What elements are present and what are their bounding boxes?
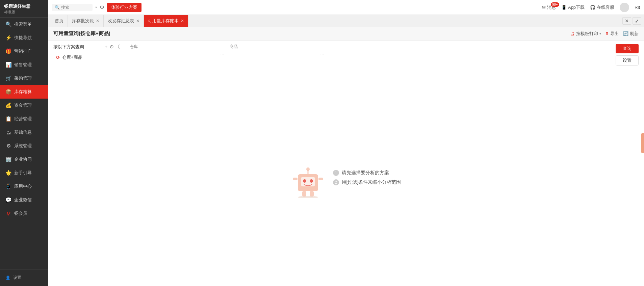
sidebar-item-corp-wechat[interactable]: 💬 企业微信 bbox=[0, 193, 48, 207]
warehouse-input[interactable] bbox=[130, 51, 217, 56]
collapse-scheme-btn[interactable]: 《 bbox=[115, 44, 120, 50]
tab-batch-account-close[interactable]: ✕ bbox=[96, 19, 99, 23]
app-name: 畅康通好生意 bbox=[4, 3, 44, 9]
sidebar-bottom: 👤 设置 bbox=[0, 269, 48, 286]
empty-robot-illustration bbox=[291, 161, 325, 194]
enterprise-icon: 🏢 bbox=[5, 156, 11, 162]
empty-state: 1 请先选择要分析的方案 2 用[过滤]条件来缩小分析范围 bbox=[48, 69, 644, 286]
tab-receipt-summary-close[interactable]: ✕ bbox=[136, 19, 139, 23]
scheme-item-warehouse-product[interactable]: ⟳ 仓库+商品 bbox=[53, 53, 120, 62]
sidebar-bottom-item[interactable]: 👤 设置 bbox=[0, 272, 48, 283]
search-dropdown-arrow[interactable]: ▾ bbox=[95, 5, 97, 9]
sidebar-label-marketing: 营销推广 bbox=[14, 48, 32, 54]
tab-maximize-btn[interactable]: ⤢ bbox=[633, 17, 641, 25]
tab-receipt-summary[interactable]: 收发存汇总表 ✕ bbox=[104, 15, 144, 27]
svg-point-8 bbox=[298, 196, 318, 198]
sales-icon: 📊 bbox=[5, 62, 11, 68]
tab-close-all-btn[interactable]: ✕ bbox=[622, 17, 631, 25]
sidebar-label-app-center: 应用中心 bbox=[14, 183, 32, 189]
sidebar-item-shortcut[interactable]: ⚡ 快捷导航 bbox=[0, 31, 48, 45]
page-area: 可用量查询(按仓库+商品) 🖨 按模板打印 ▾ ⬆ 导出 🔄 刷新 bbox=[48, 27, 644, 286]
svg-rect-4 bbox=[293, 178, 298, 180]
svg-rect-5 bbox=[318, 178, 323, 180]
empty-tips: 1 请先选择要分析的方案 2 用[过滤]条件来缩小分析范围 bbox=[333, 170, 401, 185]
tab-home-label: 首页 bbox=[55, 18, 63, 24]
right-scroll-handle[interactable] bbox=[641, 133, 644, 153]
search-icon-topbar: 🔍 bbox=[55, 5, 60, 10]
finance-icon: 💰 bbox=[5, 102, 11, 108]
sidebar-item-enterprise[interactable]: 🏢 企业协同 bbox=[0, 153, 48, 166]
tab-batch-account-label: 库存批次账 bbox=[72, 18, 94, 24]
scheme-item-label: 仓库+商品 bbox=[62, 54, 82, 60]
sidebar-item-basic-info[interactable]: 🗂 基础信息 bbox=[0, 126, 48, 139]
svg-point-3 bbox=[310, 179, 313, 183]
page-header-actions: 🖨 按模板打印 ▾ ⬆ 导出 🔄 刷新 bbox=[570, 31, 639, 37]
sidebar-item-vip[interactable]: V 畅会员 bbox=[0, 207, 48, 220]
message-badge: 99+ bbox=[551, 2, 559, 7]
message-btn[interactable]: ✉ 消息 99+ bbox=[542, 4, 556, 10]
product-more-btn[interactable]: ··· bbox=[320, 51, 324, 56]
warehouse-input-wrap: ··· bbox=[130, 51, 224, 58]
refresh-btn[interactable]: 🔄 刷新 bbox=[623, 31, 639, 37]
person-icon: 👤 bbox=[5, 276, 10, 280]
scheme-actions: ＋ ⊙ 《 bbox=[104, 44, 120, 50]
query-scheme-header: 按以下方案查询 ＋ ⊙ 《 bbox=[53, 44, 120, 50]
tab-home[interactable]: 首页 bbox=[51, 15, 68, 27]
warehouse-more-btn[interactable]: ··· bbox=[220, 51, 224, 56]
sidebar-item-app-center[interactable]: 📱 应用中心 bbox=[0, 180, 48, 193]
svg-rect-7 bbox=[310, 191, 314, 197]
sidebar-label-search: 搜索菜单 bbox=[14, 21, 32, 27]
svg-point-2 bbox=[303, 179, 306, 183]
service-label: 在线客服 bbox=[597, 4, 614, 10]
gear-icon[interactable]: ⚙ bbox=[100, 4, 104, 10]
search-input[interactable] bbox=[61, 5, 88, 10]
sidebar-item-marketing[interactable]: 🎁 营销推广 bbox=[0, 45, 48, 58]
sidebar-label-corp-wechat: 企业微信 bbox=[14, 197, 32, 203]
system-icon: ⚙ bbox=[5, 143, 11, 149]
sidebar-item-newbie[interactable]: 🌟 新手引导 bbox=[0, 166, 48, 180]
tab-available-qty[interactable]: 可用量库存账本 ✕ bbox=[144, 15, 188, 27]
query-button[interactable]: 查询 bbox=[616, 44, 639, 53]
product-input[interactable] bbox=[230, 51, 317, 56]
tab-batch-account[interactable]: 库存批次账 ✕ bbox=[68, 15, 104, 27]
tip-text-2: 用[过滤]条件来缩小分析范围 bbox=[342, 179, 401, 185]
tab-receipt-summary-label: 收发存汇总表 bbox=[108, 18, 134, 24]
marketing-icon: 🎁 bbox=[5, 48, 11, 54]
tabsbar-right: ✕ ⤢ bbox=[622, 17, 641, 25]
svg-point-10 bbox=[306, 167, 310, 171]
product-label: 商品 bbox=[230, 44, 324, 50]
topbar-search-box[interactable]: 🔍 bbox=[52, 4, 93, 11]
sidebar-label-system: 系统管理 bbox=[14, 143, 32, 149]
sidebar-item-operations[interactable]: 📋 经营管理 bbox=[0, 112, 48, 126]
sidebar-label-basic-info: 基础信息 bbox=[14, 129, 32, 135]
sidebar-item-search[interactable]: 🔍 搜索菜单 bbox=[0, 18, 48, 31]
export-icon: ⬆ bbox=[605, 31, 609, 36]
export-btn[interactable]: ⬆ 导出 bbox=[605, 31, 619, 37]
tab-available-qty-close[interactable]: ✕ bbox=[181, 19, 184, 23]
manage-scheme-btn[interactable]: ⊙ bbox=[110, 44, 114, 50]
sidebar-scroll: 🔍 搜索菜单 ⚡ 快捷导航 🎁 营销推广 📊 销售管理 🛒 采购管理 📦 库存核… bbox=[0, 18, 48, 269]
sidebar-item-sales[interactable]: 📊 销售管理 bbox=[0, 58, 48, 72]
sidebar-item-system[interactable]: ⚙ 系统管理 bbox=[0, 139, 48, 153]
print-dropdown-icon[interactable]: ▾ bbox=[599, 32, 601, 35]
settings-button[interactable]: 设置 bbox=[616, 55, 639, 66]
sidebar-label-sales: 销售管理 bbox=[14, 62, 32, 68]
sidebar-label-vip: 畅会员 bbox=[14, 210, 27, 216]
add-scheme-btn[interactable]: ＋ bbox=[104, 44, 108, 50]
sidebar-item-finance[interactable]: 💰 资金管理 bbox=[0, 99, 48, 112]
sidebar-item-inventory[interactable]: 📦 库存核算 bbox=[0, 85, 48, 99]
username: Rit bbox=[635, 5, 640, 10]
main-content: 🔍 ▾ ⚙ 体验行业方案 ✉ 消息 99+ 📱 App下载 🎧 在线客服 Rit bbox=[48, 0, 644, 286]
refresh-icon: 🔄 bbox=[623, 31, 628, 36]
sidebar-item-purchase[interactable]: 🛒 采购管理 bbox=[0, 72, 48, 85]
app-download-icon: 📱 bbox=[561, 5, 567, 10]
warehouse-label: 仓库 bbox=[130, 44, 224, 50]
query-scheme-panel: 按以下方案查询 ＋ ⊙ 《 ⟳ 仓库+商品 bbox=[53, 44, 124, 62]
page-header: 可用量查询(按仓库+商品) 🖨 按模板打印 ▾ ⬆ 导出 🔄 刷新 bbox=[48, 27, 644, 41]
print-btn[interactable]: 🖨 按模板打印 ▾ bbox=[570, 31, 601, 37]
empty-content: 1 请先选择要分析的方案 2 用[过滤]条件来缩小分析范围 bbox=[291, 161, 401, 194]
industry-btn[interactable]: 体验行业方案 bbox=[107, 3, 141, 12]
app-download-btn[interactable]: 📱 App下载 bbox=[561, 4, 585, 10]
online-service-btn[interactable]: 🎧 在线客服 bbox=[590, 4, 614, 10]
sidebar-label-finance: 资金管理 bbox=[14, 102, 32, 108]
